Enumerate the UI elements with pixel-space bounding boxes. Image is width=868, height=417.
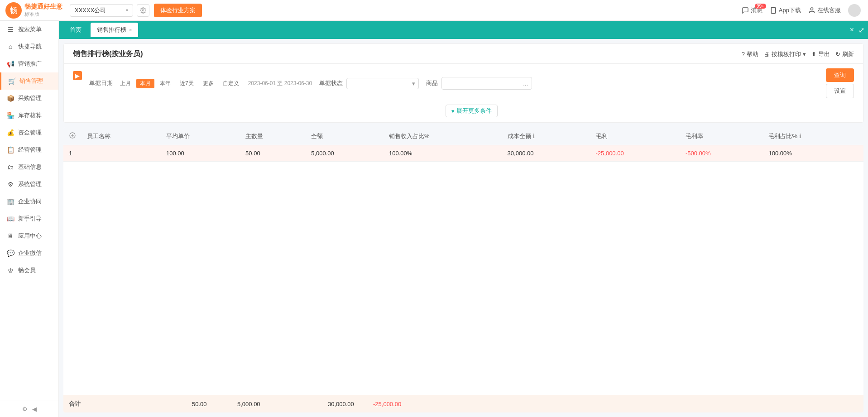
user-avatar [848, 4, 861, 17]
expand-more-button[interactable]: ▾ 展开更多条件 [446, 105, 498, 117]
col-avg-price: 平均单价 [161, 127, 240, 145]
help-button[interactable]: ? 帮助 [742, 50, 758, 58]
col-cost: 成本全额 ℹ [502, 127, 590, 145]
page-header: 销售排行榜(按业务员) ? 帮助 🖨 按模板打印 ▾ [64, 44, 863, 64]
sidebar-item-member[interactable]: ♔ 畅会员 [0, 262, 58, 279]
home-icon: ⌂ [6, 43, 14, 50]
sidebar-item-quick-nav[interactable]: ⌂ 快捷导航 [0, 38, 58, 55]
col-quantity: 主数量 [240, 127, 306, 145]
top-bar-right: 消息 99+ App下载 在线客服 [742, 4, 863, 17]
cell-cost: 30,000.00 [502, 145, 590, 162]
sidebar-item-search[interactable]: ☰ 搜索菜单 [0, 21, 58, 38]
sidebar-collapse-icon[interactable]: ◀ [32, 406, 37, 412]
col-icon [63, 127, 82, 145]
goods-input[interactable] [446, 79, 523, 87]
finance-icon: 💰 [6, 129, 14, 136]
tab-maximize-icon[interactable]: ⤢ [858, 26, 864, 34]
app-download-label: App下载 [779, 6, 801, 14]
tab-close-all-icon[interactable]: × [850, 26, 854, 34]
cell-amount: 5,000.00 [306, 145, 384, 162]
date-tab-more[interactable]: 更多 [199, 79, 217, 88]
query-button[interactable]: 查询 [826, 68, 854, 82]
status-filter-label: 单据状态 [319, 79, 343, 87]
app-name: 畅捷通好生意 [24, 3, 62, 11]
help-icon: ? [742, 51, 745, 58]
purchase-icon: 📦 [6, 95, 14, 102]
table-container: 员工名称 平均单价 主数量 全额 销售收入占比% 成本全额 ℹ 毛利 [63, 127, 863, 412]
date-tab-current-year[interactable]: 本年 [156, 79, 174, 88]
top-bar: 畅 畅捷通好生意 标准版 XXXXX公司 ▾ 体验行业方案 [0, 0, 868, 21]
cell-employee [82, 145, 161, 162]
date-tab-7days[interactable]: 近7天 [176, 79, 197, 88]
system-icon: ⚙ [6, 181, 14, 188]
date-tab-current-month[interactable]: 本月 [136, 79, 154, 88]
tab-bar-right: × ⤢ [850, 26, 864, 34]
header-actions: ? 帮助 🖨 按模板打印 ▾ ⬆ 导出 [742, 50, 854, 58]
company-selector[interactable]: XXXXX公司 ▾ [70, 4, 133, 17]
sidebar-item-finance[interactable]: 💰 资金管理 [0, 124, 58, 141]
sidebar-item-marketing[interactable]: 📢 营销推广 [0, 55, 58, 72]
sidebar-item-operations[interactable]: 📋 经营管理 [0, 141, 58, 158]
export-icon: ⬆ [811, 51, 816, 58]
svg-rect-1 [771, 7, 775, 13]
refresh-button[interactable]: ↻ 刷新 [835, 50, 854, 58]
trial-button[interactable]: 体验行业方案 [154, 4, 202, 17]
appstore-icon: 🖥 [6, 232, 14, 240]
app-edition: 标准版 [24, 11, 62, 18]
member-icon: ♔ [6, 267, 14, 274]
svg-point-0 [142, 10, 144, 11]
page-settings-button[interactable]: 设置 [826, 84, 854, 98]
message-button[interactable]: 消息 99+ [742, 6, 762, 14]
date-filter-label: 单据日期 [89, 79, 113, 87]
footer-cells: 50.00 5,000.00 30,000.00 -25,000.00 [96, 401, 858, 407]
guide-icon: 📖 [6, 215, 14, 222]
settings-icon-button[interactable] [137, 4, 149, 17]
export-button[interactable]: ⬆ 导出 [811, 50, 830, 58]
footer-sales-pct [277, 401, 322, 407]
online-service-label: 在线客服 [817, 6, 841, 14]
tab-close-icon[interactable]: × [129, 27, 132, 33]
col-employee: 员工名称 [82, 127, 161, 145]
sidebar-item-guide[interactable]: 📖 新手引导 [0, 210, 58, 227]
status-select[interactable] [346, 78, 419, 89]
sidebar-item-enterprise[interactable]: 🏢 企业协同 [0, 193, 58, 210]
goods-more-icon[interactable]: ... [523, 80, 528, 87]
sidebar-item-appstore[interactable]: 🖥 应用中心 [0, 227, 58, 244]
cell-gross-rate: -500.00% [680, 145, 763, 162]
footer-avg-price [141, 401, 187, 407]
table-row: 1 100.00 50.00 5,000.00 100.00% 30,000.0… [63, 145, 863, 162]
goods-filter-label: 商品 [426, 79, 438, 87]
sidebar-item-wechat[interactable]: 💬 企业微信 [0, 244, 58, 262]
sidebar-item-inventory[interactable]: 🏪 库存核算 [0, 107, 58, 124]
sidebar-item-sales[interactable]: 🛒 销售管理 [0, 72, 58, 90]
tab-sales-ranking[interactable]: 销售排行榜 × [91, 23, 138, 37]
cell-gross: -25,000.00 [590, 145, 680, 162]
app-wrapper: 畅 畅捷通好生意 标准版 XXXXX公司 ▾ 体验行业方案 [0, 0, 868, 417]
filter-expand-toggle[interactable]: ▶ [73, 71, 82, 80]
sales-icon: 🛒 [8, 77, 16, 85]
cost-info-icon: ℹ [532, 133, 535, 139]
sidebar-item-purchase[interactable]: 📦 采购管理 [0, 90, 58, 107]
app-download-button[interactable]: App下载 [770, 6, 801, 14]
cell-avg-price: 100.00 [161, 145, 240, 162]
date-tab-custom[interactable]: 自定义 [219, 79, 243, 88]
chevron-down-icon: ▾ [126, 8, 128, 13]
col-gross-pct: 毛利占比% ℹ [763, 127, 863, 145]
sidebar-menu: ☰ 搜索菜单 ⌂ 快捷导航 📢 营销推广 🛒 销售管理 📦 采购管理 [0, 21, 58, 401]
sidebar-item-basic-info[interactable]: 🗂 基础信息 [0, 158, 58, 176]
footer-cost: 30,000.00 [322, 401, 368, 407]
user-avatar-area[interactable] [848, 4, 863, 17]
sidebar-item-system[interactable]: ⚙ 系统管理 [0, 176, 58, 193]
date-tab-last-month[interactable]: 上月 [116, 79, 134, 88]
print-chevron-icon: ▾ [803, 51, 806, 58]
sidebar-settings-icon[interactable]: ⚙ [22, 406, 28, 412]
footer-employee [96, 401, 141, 407]
basic-info-icon: 🗂 [6, 163, 14, 171]
print-button[interactable]: 🖨 按模板打印 ▾ [764, 50, 806, 58]
tab-home[interactable]: 首页 [62, 21, 89, 39]
main-area: ☰ 搜索菜单 ⌂ 快捷导航 📢 营销推广 🛒 销售管理 📦 采购管理 [0, 21, 868, 417]
message-badge: 99+ [755, 4, 766, 9]
date-filter-group: 单据日期 上月 本月 本年 近7天 更多 自定义 [89, 79, 312, 88]
online-service-button[interactable]: 在线客服 [808, 6, 841, 14]
cell-sales-pct: 100.00% [384, 145, 502, 162]
